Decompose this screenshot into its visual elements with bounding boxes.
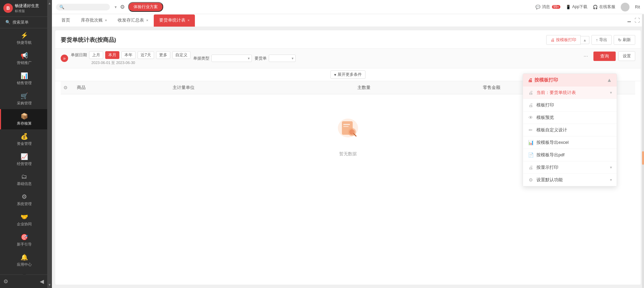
user-name[interactable]: Rit (635, 5, 640, 9)
topbar-app-download[interactable]: 📱 App下载 (566, 4, 587, 10)
date-btn-this-year[interactable]: 本年 (121, 51, 136, 59)
purchase-icon: 🛒 (21, 92, 28, 100)
bill-type-select[interactable] (211, 55, 252, 62)
dropdown-item-template-custom[interactable]: ✏ 模板自定义设计 (523, 124, 617, 136)
dropdown-item-template-pdf[interactable]: 📄 按模板导出pdf (523, 149, 617, 161)
tab-close-receipt-summary[interactable]: × (146, 18, 148, 22)
top-action-buttons: 🖨 按模板打印 ▲ ↑ 导出 ↻ 刷新 (546, 35, 635, 45)
current-item-icon: 🖨 (528, 90, 534, 95)
template-print-label: 模板打印 (536, 102, 554, 108)
dropdown-item-current-left: 🖨 当前：要货单统计表 (528, 90, 576, 96)
date-btn-this-month[interactable]: 本月 (105, 51, 119, 59)
template-preview-icon: 👁 (528, 115, 534, 120)
dropdown-item-template-print[interactable]: 🖨 模板打印 (523, 99, 617, 111)
topbar-messages[interactable]: 💬 消息 99+ (535, 4, 560, 10)
dropdown-title: 🖨 按模板打印 (528, 77, 558, 83)
expand-filter-btn[interactable]: » (61, 55, 68, 62)
finance-icon: 💰 (21, 133, 28, 140)
date-btn-more[interactable]: 更多 (156, 51, 170, 59)
default-func-left: ⚙ 设置默认功能 (528, 177, 563, 183)
sidebar-collapse-icon[interactable]: ◀ (40, 278, 44, 285)
topbar-search-icon: 🔍 (59, 5, 64, 9)
toolbar-right: ··· 查询 设置 (581, 51, 635, 61)
sidebar-item-purchase[interactable]: 🛒 采购管理 (0, 89, 47, 109)
sidebar-item-system[interactable]: ⚙ 系统管理 (0, 190, 47, 210)
export-btn[interactable]: ↑ 导出 (591, 35, 612, 45)
tab-receipt-summary[interactable]: 收发存汇总表 × (112, 14, 153, 27)
content-area: 要货单统计表(按商品) 🖨 按模板打印 ▲ ↑ 导出 (52, 27, 644, 288)
dropdown-item-display-print[interactable]: 🖨 按显示打印 ▾ (523, 161, 617, 174)
tab-maximize-icon[interactable]: ⛶ (635, 18, 640, 24)
refresh-btn[interactable]: ↻ 刷新 (614, 35, 635, 45)
trial-btn[interactable]: 体验行业方案 (128, 2, 163, 12)
tab-minimize-icon[interactable]: 🗕 (626, 18, 632, 24)
col-settings: ⚙ (61, 81, 74, 94)
date-filter-row: 单据日期 上月 本月 本年 近7天 更多 自定义 (71, 51, 191, 59)
tab-inventory-batch[interactable]: 库存批次账 × (76, 14, 112, 27)
display-print-icon: 🖨 (528, 165, 534, 170)
yaohuo-filter: 要货单 (255, 55, 296, 62)
date-label: 单据日期 (71, 52, 87, 58)
page-title: 要货单统计表(按商品) (61, 36, 116, 44)
yaohuo-label: 要货单 (255, 56, 267, 61)
dropdown-item-default-func[interactable]: ⚙ 设置默认功能 ▾ (523, 174, 617, 186)
tab-close-inventory-batch[interactable]: × (105, 18, 107, 22)
tab-expand-controls: 🗕 ⛶ (626, 18, 640, 24)
sidebar-bottom: ⚙ ◀ (0, 275, 47, 288)
sidebar-item-wechat[interactable]: 💬 企业微信 (0, 270, 47, 275)
topbar-search-input[interactable] (66, 5, 107, 9)
sidebar-item-inventory[interactable]: 📦 库存核算 (0, 109, 47, 129)
print-template-btn[interactable]: 🖨 按模板打印 (546, 35, 581, 45)
topbar-gear-icon[interactable]: ⚙ (120, 4, 125, 10)
dropdown-item-current[interactable]: 🖨 当前：要货单统计表 ▾ (523, 87, 617, 99)
marketing-icon: 📢 (21, 52, 28, 59)
tab-home[interactable]: 首页 (56, 14, 76, 27)
sidebar-search[interactable]: 🔍 搜索菜单 (0, 17, 47, 28)
settings-btn[interactable]: 设置 (618, 51, 635, 61)
sidebar-item-operations[interactable]: 📈 经营管理 (0, 150, 47, 170)
user-avatar[interactable] (621, 3, 630, 11)
query-btn[interactable]: 查询 (593, 52, 616, 61)
dropdown-header: 🖨 按模板打印 ▲ (523, 74, 617, 87)
dropdown-close-btn[interactable]: ▲ (607, 77, 612, 83)
sidebar-item-quick-nav[interactable]: ⚡ 快捷导航 (0, 28, 47, 49)
table-settings-icon[interactable]: ⚙ (63, 85, 68, 90)
topbar-online-service[interactable]: 🎧 在线客服 (593, 4, 615, 10)
display-print-arrow: ▾ (610, 165, 612, 170)
sidebar-item-appstore[interactable]: 🔔 应用中心 (0, 250, 47, 270)
dropdown-item-template-preview[interactable]: 👁 模板预览 (523, 111, 617, 124)
guide-icon: 🎯 (21, 233, 28, 241)
scroll-up-btn[interactable]: ▲ (48, 1, 51, 5)
date-range-display: 2023-06-01 至 2023-06-30 (91, 60, 135, 65)
svg-rect-3 (343, 126, 349, 127)
tab-close-order-stats[interactable]: × (187, 18, 189, 22)
tab-order-stats[interactable]: 要货单统计表 × (154, 14, 195, 27)
expand-more-btn[interactable]: ▾ 展开更多条件 (330, 70, 365, 79)
scrollbar-thumb[interactable] (642, 151, 644, 165)
app-icon: 📱 (566, 5, 571, 9)
default-func-icon: ⚙ (528, 177, 534, 183)
more-options-btn[interactable]: ··· (581, 52, 591, 61)
sidebar-item-finance[interactable]: 💰 资金管理 (0, 129, 47, 150)
date-btn-custom[interactable]: 自定义 (172, 51, 191, 59)
sidebar-item-marketing[interactable]: 📢 营销推广 (0, 49, 47, 69)
sidebar-item-collab[interactable]: 🤝 企业协同 (0, 210, 47, 230)
yaohuo-select[interactable] (269, 55, 296, 62)
date-btn-last-month[interactable]: 上月 (89, 51, 103, 59)
expand-more-icon: ▾ (334, 72, 336, 77)
empty-text: 暂无数据 (339, 151, 357, 157)
print-chevron-btn[interactable]: ▲ (581, 36, 589, 44)
template-excel-label: 按模板导出excel (536, 139, 568, 146)
search-icon: 🔍 (5, 20, 10, 25)
sidebar-item-sales[interactable]: 📊 销售管理 (0, 69, 47, 89)
sidebar-item-guide[interactable]: 🎯 新手引导 (0, 230, 47, 250)
dropdown-item-template-excel[interactable]: 📊 按模板导出excel (523, 136, 617, 149)
date-btn-7days[interactable]: 近7天 (138, 51, 154, 59)
settings-icon[interactable]: ⚙ (3, 278, 8, 285)
topbar-search-chevron[interactable]: ▾ (115, 5, 117, 9)
collab-icon: 🤝 (21, 213, 28, 221)
sidebar-item-basic[interactable]: 🗂 基础信息 (0, 170, 47, 190)
template-excel-icon: 📊 (528, 140, 534, 145)
scroll-down-btn[interactable]: ▼ (48, 283, 51, 287)
scrollbar[interactable] (642, 27, 644, 288)
